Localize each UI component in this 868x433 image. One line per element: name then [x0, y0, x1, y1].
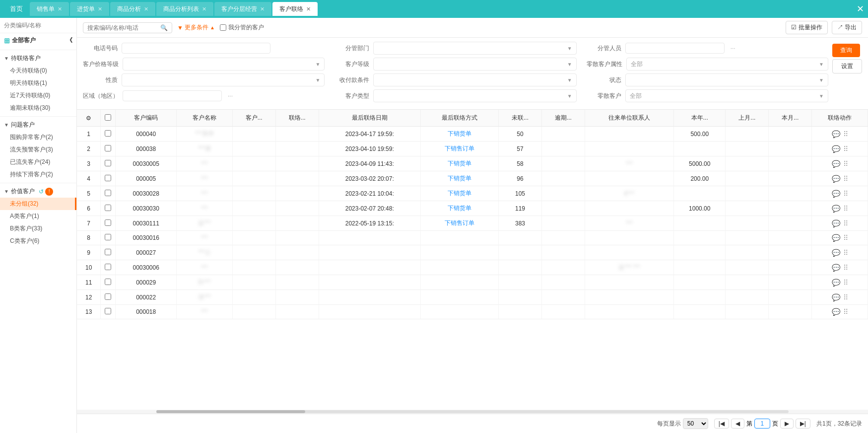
sidebar-item-tomorrow[interactable]: 明天待联络(1): [0, 77, 76, 89]
filter-person-input[interactable]: [625, 43, 725, 54]
chat-icon[interactable]: 💬: [832, 219, 840, 227]
row-checkbox[interactable]: [101, 231, 116, 245]
close-sales-tab[interactable]: ✕: [58, 6, 62, 12]
close-product-list-tab[interactable]: ✕: [202, 6, 206, 12]
grid-action-icon[interactable]: ⠿: [843, 249, 848, 257]
grid-action-icon[interactable]: ⠿: [843, 205, 848, 213]
close-customer-contact-tab[interactable]: ✕: [306, 6, 311, 12]
row-checkbox[interactable]: [101, 201, 116, 216]
close-customer-segment-tab[interactable]: ✕: [260, 6, 265, 12]
sidebar-group-problem[interactable]: ▼ 问题客户: [0, 119, 76, 131]
filter-price-level-select[interactable]: ▼: [123, 58, 325, 71]
sidebar-group-value[interactable]: ▼ 价值客户 ↺ !: [0, 185, 76, 198]
row-checkbox[interactable]: [101, 156, 116, 171]
chat-icon[interactable]: 💬: [832, 279, 840, 287]
row-checkbox[interactable]: [101, 260, 116, 275]
sidebar-item-abnormal[interactable]: 囤购异常客户(2): [0, 131, 76, 144]
sidebar-item-c-class[interactable]: C类客户(6): [0, 235, 76, 247]
prev-page-btn[interactable]: ◀: [731, 419, 744, 429]
sidebar-item-churn-warning[interactable]: 流失预警客户(3): [0, 144, 76, 156]
sidebar-group-pending[interactable]: ▼ 待联络客户: [0, 52, 76, 65]
scrollbar-thumb[interactable]: [156, 410, 305, 413]
my-customers-checkbox[interactable]: 我分管的客户: [220, 23, 264, 32]
per-page-select[interactable]: 50 100 200: [683, 418, 708, 429]
region-more-icon[interactable]: ···: [228, 92, 233, 99]
filter-nature-select[interactable]: ▼: [122, 73, 325, 86]
horizontal-scrollbar[interactable]: [77, 410, 868, 414]
filter-customer-level-select[interactable]: ▼: [373, 58, 576, 71]
tab-product-analysis-list[interactable]: 商品分析列表 ✕: [156, 2, 213, 16]
filter-scatter-attr-select[interactable]: 全部 ▼: [626, 58, 828, 71]
next-page-btn[interactable]: ▶: [780, 419, 794, 429]
page-input[interactable]: [754, 419, 770, 429]
more-conditions-toggle[interactable]: ▼ 更多条件 ▲: [177, 23, 215, 32]
row-checkbox[interactable]: [101, 216, 116, 231]
tab-customer-segment[interactable]: 客户分层经营 ✕: [214, 2, 271, 16]
grid-action-icon[interactable]: ⠿: [843, 308, 848, 316]
query-button[interactable]: 查询: [832, 44, 860, 57]
filter-phone-input[interactable]: [122, 43, 270, 54]
close-purchase-tab[interactable]: ✕: [98, 6, 102, 12]
sidebar-item-b-class[interactable]: B类客户(33): [0, 222, 76, 235]
chat-icon[interactable]: 💬: [832, 145, 840, 153]
grid-action-icon[interactable]: ⠿: [843, 160, 848, 168]
grid-action-icon[interactable]: ⠿: [843, 279, 848, 287]
chat-icon[interactable]: 💬: [832, 175, 840, 183]
filter-payment-select[interactable]: ▼: [373, 73, 576, 86]
chat-icon[interactable]: 💬: [832, 249, 840, 257]
grid-action-icon[interactable]: ⠿: [843, 145, 848, 153]
collapse-sidebar-icon[interactable]: 《: [67, 36, 72, 45]
chat-icon[interactable]: 💬: [832, 160, 840, 168]
row-checkbox[interactable]: [101, 275, 116, 290]
tab-sales[interactable]: 销售单 ✕: [30, 2, 69, 16]
col-select-all[interactable]: [101, 110, 116, 127]
chat-icon[interactable]: 💬: [832, 293, 840, 301]
search-icon[interactable]: 🔍: [160, 24, 168, 31]
grid-action-icon[interactable]: ⠿: [843, 175, 848, 183]
refresh-icon[interactable]: ↺: [39, 188, 44, 195]
grid-action-icon[interactable]: ⠿: [843, 130, 848, 138]
sidebar-item-a-class[interactable]: A类客户(1): [0, 210, 76, 222]
chat-icon[interactable]: 💬: [832, 205, 840, 213]
search-input[interactable]: [87, 24, 158, 31]
sidebar-search-input[interactable]: [4, 22, 77, 29]
sidebar-item-lost[interactable]: 已流失客户(24): [0, 156, 76, 168]
grid-action-icon[interactable]: ⠿: [843, 234, 848, 242]
close-window-icon[interactable]: ✕: [857, 3, 864, 14]
sidebar-item-declining[interactable]: 持续下滑客户(2): [0, 168, 76, 181]
select-all-checkbox[interactable]: [105, 114, 111, 121]
chat-icon[interactable]: 💬: [832, 130, 840, 138]
chat-icon[interactable]: 💬: [832, 308, 840, 316]
grid-action-icon[interactable]: ⠿: [843, 293, 848, 301]
chat-icon[interactable]: 💬: [832, 190, 840, 198]
sidebar-item-today[interactable]: 今天待联络(0): [0, 65, 76, 77]
row-checkbox[interactable]: [101, 186, 116, 201]
grid-action-icon[interactable]: ⠿: [843, 219, 848, 227]
sidebar-item-unclassified[interactable]: 未分组(32): [0, 198, 76, 210]
filter-scatter-select[interactable]: 全部 ▼: [625, 89, 828, 102]
tab-product-analysis[interactable]: 商品分析 ✕: [110, 2, 155, 16]
tab-purchase[interactable]: 进货单 ✕: [70, 2, 109, 16]
sidebar-item-7days[interactable]: 近7天待联络(0): [0, 89, 76, 102]
batch-action-button[interactable]: ☑ 批量操作: [786, 21, 827, 34]
first-page-btn[interactable]: |◀: [714, 419, 729, 429]
chat-icon[interactable]: 💬: [832, 264, 840, 272]
row-checkbox[interactable]: [101, 290, 116, 305]
reset-button[interactable]: 设置: [832, 59, 862, 73]
filter-dept-select[interactable]: ▼: [373, 42, 576, 55]
row-checkbox[interactable]: [101, 142, 116, 156]
filter-ctype-select[interactable]: ▼: [373, 89, 576, 102]
my-customers-check[interactable]: [220, 24, 226, 31]
close-product-analysis-tab[interactable]: ✕: [144, 6, 148, 12]
row-checkbox[interactable]: [101, 127, 116, 142]
row-checkbox[interactable]: [101, 171, 116, 186]
grid-action-icon[interactable]: ⠿: [843, 190, 848, 198]
filter-region-input[interactable]: [123, 90, 222, 101]
tab-home[interactable]: 首页: [4, 4, 29, 13]
all-customers-item[interactable]: ⊞ 全部客户 《: [0, 33, 76, 48]
person-more-icon[interactable]: ···: [731, 45, 735, 52]
export-button[interactable]: ↗ 导出: [832, 21, 862, 34]
chat-icon[interactable]: 💬: [832, 234, 840, 242]
filter-status-select[interactable]: ▼: [625, 73, 828, 86]
col-settings[interactable]: ⚙: [77, 110, 101, 127]
